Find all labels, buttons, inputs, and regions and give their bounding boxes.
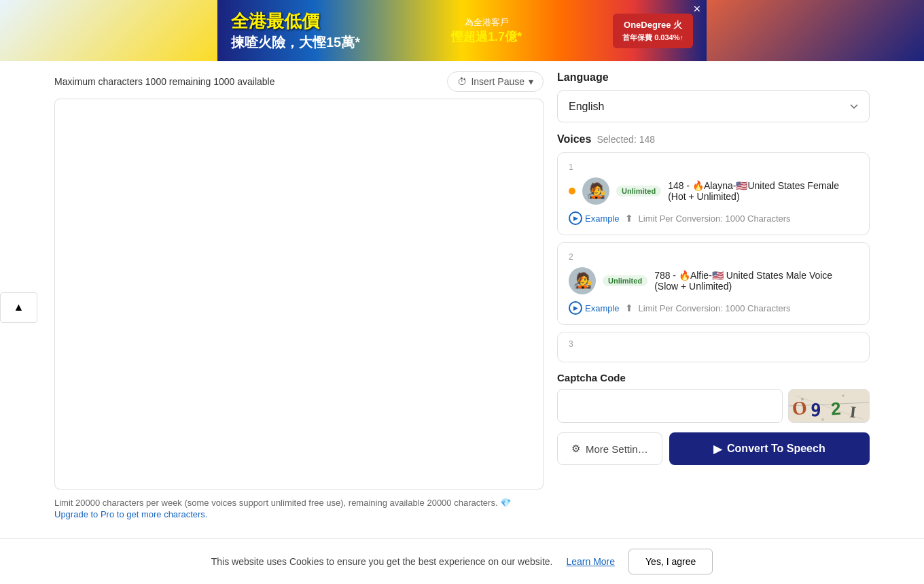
- voices-selected-count: Selected: 148: [597, 134, 655, 145]
- circle-play-icon: ▶: [713, 443, 722, 456]
- char-info-text: Maximum characters 1000 remaining 1000 a…: [54, 76, 275, 87]
- insert-pause-button[interactable]: ⏱ Insert Pause ▾: [447, 71, 544, 92]
- char-limit-icon: ⬆: [625, 213, 633, 224]
- voice-2-example-link[interactable]: ▶ Example: [569, 301, 620, 315]
- voice-active-indicator: [569, 188, 575, 194]
- chevron-up-icon: ▲: [14, 301, 24, 313]
- voice-card-3[interactable]: 3: [557, 332, 870, 362]
- text-input[interactable]: [54, 99, 544, 489]
- play-icon: ▶: [569, 211, 582, 225]
- svg-text:2: 2: [830, 398, 842, 419]
- captcha-row: O 9 2 I: [557, 389, 870, 423]
- captcha-image[interactable]: O 9 2 I: [788, 389, 870, 423]
- svg-point-8: [842, 395, 845, 397]
- convert-to-speech-button[interactable]: ▶ Convert To Speech: [669, 432, 870, 465]
- char-info-bar: Maximum characters 1000 remaining 1000 a…: [54, 71, 544, 92]
- voice-2-avatar: 🧑‍🎤: [569, 267, 596, 294]
- voice-1-example-link[interactable]: ▶ Example: [569, 211, 620, 225]
- voices-label: Voices: [557, 133, 591, 145]
- settings-icon: ⚙: [571, 443, 580, 455]
- upgrade-link-wrapper[interactable]: Upgrade to Pro to get more characters.: [54, 508, 544, 520]
- play-icon-2: ▶: [569, 301, 582, 315]
- svg-text:O: O: [792, 397, 808, 419]
- voice-1-name: 148 - 🔥Alayna-🇺🇸United States Female(Hot…: [668, 180, 839, 202]
- voice-2-badge: Unlimited: [603, 275, 647, 286]
- voice-2-footer: ▶ Example ⬆ Limit Per Conversion: 1000 C…: [569, 301, 858, 315]
- voice-2-limit: Limit Per Conversion: 1000 Characters: [639, 303, 791, 313]
- chevron-down-icon: ▾: [529, 76, 533, 87]
- cookie-learn-more-link[interactable]: Learn More: [566, 556, 615, 567]
- cookie-bar: This website uses Cookies to ensure you …: [0, 538, 924, 584]
- captcha-input[interactable]: [557, 389, 783, 423]
- voice-1-badge: Unlimited: [616, 186, 661, 196]
- language-label: Language: [557, 71, 870, 84]
- more-settings-button[interactable]: ⚙ More Settin…: [557, 432, 662, 465]
- voice-card-2[interactable]: 2 🧑‍🎤 Unlimited 788 - 🔥Alfie-🇺🇸 United S…: [557, 242, 870, 325]
- language-select[interactable]: English Chinese Japanese Korean Spanish …: [557, 90, 870, 122]
- voice-card-1[interactable]: 1 🧑‍🎤 Unlimited 148 - 🔥Alayna-🇺🇸United S…: [557, 152, 870, 235]
- voice-card-2-header: 🧑‍🎤 Unlimited 788 - 🔥Alfie-🇺🇸 United Sta…: [569, 267, 858, 294]
- voice-card-2-number: 2: [569, 252, 858, 262]
- voice-1-footer: ▶ Example ⬆ Limit Per Conversion: 1000 C…: [569, 211, 858, 225]
- left-panel: Maximum characters 1000 remaining 1000 a…: [54, 71, 544, 520]
- cookie-text: This website uses Cookies to ensure you …: [211, 556, 553, 567]
- char-limit-icon-2: ⬆: [625, 303, 633, 313]
- captcha-section: Captcha Code O 9 2: [557, 372, 870, 423]
- banner-close-button[interactable]: ✕: [693, 3, 701, 14]
- svg-point-7: [801, 398, 804, 400]
- voice-card-1-number: 1: [569, 162, 858, 172]
- scroll-up-button[interactable]: ▲: [0, 292, 37, 323]
- limit-info: Limit 20000 characters per week (some vo…: [54, 498, 544, 508]
- voice-card-3-number: 3: [569, 339, 858, 349]
- captcha-label: Captcha Code: [557, 372, 870, 383]
- cookie-agree-button[interactable]: Yes, I agree: [628, 549, 713, 574]
- right-panel: Language English Chinese Japanese Korean…: [557, 71, 870, 520]
- ad-banner: 全港最低價 揀喳火險，大慳15萬* 為全港客戶 慳超過1.7億* OneDegr…: [0, 0, 924, 61]
- voice-card-1-header: 🧑‍🎤 Unlimited 148 - 🔥Alayna-🇺🇸United Sta…: [569, 177, 858, 205]
- upgrade-link[interactable]: Upgrade to Pro to get more characters.: [54, 509, 207, 519]
- voices-header: Voices Selected: 148: [557, 133, 870, 145]
- buttons-row: ⚙ More Settin… ▶ Convert To Speech: [557, 432, 870, 465]
- pause-icon: ⏱: [457, 76, 467, 87]
- voice-1-avatar: 🧑‍🎤: [582, 177, 609, 205]
- diamond-icon: 💎: [500, 498, 511, 508]
- voice-2-name: 788 - 🔥Alfie-🇺🇸 United States Male Voice…: [654, 270, 832, 292]
- voice-1-limit: Limit Per Conversion: 1000 Characters: [639, 213, 791, 224]
- svg-point-9: [821, 418, 824, 421]
- svg-text:9: 9: [810, 400, 821, 421]
